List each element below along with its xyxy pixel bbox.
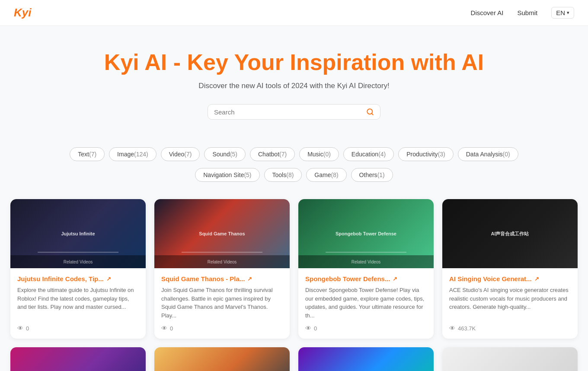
card-footer: 👁 0 <box>305 325 427 332</box>
thumb-bar: Related Videos <box>154 255 290 268</box>
filter-tag-chatbot[interactable]: Chatbot(7) <box>250 147 295 161</box>
search-container <box>10 104 578 120</box>
card-title: Spongebob Tower Defens... ↗ <box>305 275 427 282</box>
filter-tag-sound[interactable]: Sound(5) <box>204 147 246 161</box>
filter-tag-navigation-site[interactable]: Navigation Site(5) <box>195 168 259 182</box>
language-selector[interactable]: EN ▾ <box>551 7 574 19</box>
card-thumbnail: AI Baby Generator <box>10 347 146 371</box>
card-title: Jujutsu Infinite Codes, Tip... ↗ <box>17 275 139 282</box>
card-thumbnail: Design anything like a pro <box>442 347 578 371</box>
views-icon: 👁 <box>305 325 311 332</box>
card-thumbnail: Spongebob Tower Defense Related Videos <box>298 199 434 268</box>
card-content: Squid Game Thanos - Pla... ↗ Join Squid … <box>154 268 290 339</box>
external-link-icon: ↗ <box>534 276 539 282</box>
thumb-label: Jujutsu Infinite <box>24 209 132 258</box>
card-thumbnail: AI声音合成工作站 <box>442 199 578 268</box>
filter-tag-education[interactable]: Education(4) <box>343 147 394 161</box>
filter-tag-data-analysis[interactable]: Data Analysis(0) <box>458 147 518 161</box>
card-item[interactable]: Squid Game Thanos Related Videos Squid G… <box>154 199 290 339</box>
card-views: 0 <box>314 325 317 332</box>
thumb-bar-text: Related Videos <box>352 260 381 264</box>
thumb-label: 在几秒钟内创建并掌天关于笔记 <box>168 356 276 371</box>
card-item[interactable]: Spongebob Tower Defense Related Videos S… <box>298 199 434 339</box>
filter-tag-image[interactable]: Image(124) <box>109 147 157 161</box>
card-footer: 👁 0 <box>161 325 283 332</box>
card-content: Jujutsu Infinite Codes, Tip... ↗ Explore… <box>10 268 146 339</box>
thumb-line <box>182 252 263 253</box>
cards-section: Jujutsu Infinite Related Videos Jujutsu … <box>0 189 588 371</box>
lang-arrow-icon: ▾ <box>567 10 569 16</box>
card-title: Squid Game Thanos - Pla... ↗ <box>161 275 283 282</box>
card-thumbnail: 在几秒钟内创建并掌天关于笔记 <box>154 347 290 371</box>
card-footer: 👁 0 <box>17 325 139 332</box>
thumb-label: AI Baby Generator <box>24 356 132 371</box>
card-thumbnail: Jujutsu Infinite Related Videos <box>10 199 146 268</box>
card-views: 0 <box>26 325 29 332</box>
card-item[interactable]: Jujutsu Infinite Related Videos Jujutsu … <box>10 199 146 339</box>
card-content: Spongebob Tower Defens... ↗ Discover Spo… <box>298 268 434 339</box>
thumb-label: AI声音合成工作站 <box>456 209 564 258</box>
hero-section: Kyi AI - Key Your Inspiration with AI Di… <box>0 26 588 147</box>
card-item[interactable]: 在几秒钟内创建并掌天关于笔记 使用AI从你的课程材料中... ↗ AI-powe… <box>154 347 290 371</box>
card-footer: 👁 463.7K <box>449 325 571 332</box>
views-icon: 👁 <box>17 325 23 332</box>
card-item[interactable]: AI声音合成工作站 AI Singing Voice Generat... ↗ … <box>442 199 578 339</box>
nav-links: Discover AI Submit EN ▾ <box>471 7 574 19</box>
thumb-bar-text: Related Videos <box>208 260 237 264</box>
thumb-label: Spongebob Tower Defense <box>312 209 420 258</box>
thumb-label: Design anything like a pro <box>456 356 564 371</box>
thumb-label: Dynamic QR <box>312 356 420 371</box>
external-link-icon: ↗ <box>106 276 111 282</box>
thumb-bar: Related Videos <box>10 255 146 268</box>
navbar: Kyi Discover AI Submit EN ▾ <box>0 0 588 26</box>
svg-line-1 <box>371 114 373 115</box>
cards-grid: Jujutsu Infinite Related Videos Jujutsu … <box>10 199 578 371</box>
thumb-line <box>38 252 119 253</box>
search-box <box>208 104 380 120</box>
card-thumbnail: Squid Game Thanos Related Videos <box>154 199 290 268</box>
views-icon: 👁 <box>449 325 455 332</box>
filter-row-1: Text(7)Image(124)Video(7)Sound(5)Chatbot… <box>0 147 588 168</box>
search-icon <box>366 108 374 116</box>
card-item[interactable]: AI Baby Generator AI Baby Generator For … <box>10 347 146 371</box>
filter-tag-game[interactable]: Game(8) <box>306 168 346 182</box>
submit-link[interactable]: Submit <box>517 9 537 16</box>
card-item[interactable]: Dynamic QR Create & Customize Your Dynam… <box>298 347 434 371</box>
filter-tag-tools[interactable]: Tools(8) <box>264 168 302 182</box>
external-link-icon: ↗ <box>393 276 397 282</box>
card-description: Discover Spongebob Tower Defense! Play v… <box>305 286 427 320</box>
thumb-line <box>326 252 407 253</box>
hero-subtitle: Discover the new AI tools of 2024 with t… <box>10 82 578 90</box>
views-icon: 👁 <box>161 325 167 332</box>
card-description: Join Squid Game Thanos for thrilling sur… <box>161 286 283 320</box>
logo[interactable]: Kyi <box>14 6 471 19</box>
external-link-icon: ↗ <box>247 276 252 282</box>
hero-title: Kyi AI - Key Your Inspiration with AI <box>10 50 578 75</box>
filter-tag-text[interactable]: Text(7) <box>70 147 105 161</box>
card-description: ACE Studio's AI singing voice generator … <box>449 286 571 320</box>
card-thumbnail: Dynamic QR <box>298 347 434 371</box>
discover-ai-link[interactable]: Discover AI <box>471 9 504 16</box>
card-content: AI Singing Voice Generat... ↗ ACE Studio… <box>442 268 578 339</box>
card-views: 0 <box>170 325 173 332</box>
card-title: AI Singing Voice Generat... ↗ <box>449 275 571 282</box>
filter-tag-others[interactable]: Others(1) <box>351 168 393 182</box>
thumb-label: Squid Game Thanos <box>168 209 276 258</box>
filter-row-2: Navigation Site(5)Tools(8)Game(8)Others(… <box>0 168 588 189</box>
card-views: 463.7K <box>458 325 476 332</box>
search-input[interactable] <box>214 108 363 116</box>
card-item[interactable]: Design anything like a pro Design anythi… <box>442 347 578 371</box>
thumb-bar-text: Related Videos <box>64 260 93 264</box>
card-description: Explore the ultimate guide to Jujutsu In… <box>17 286 139 320</box>
filter-tag-productivity[interactable]: Productivity(3) <box>398 147 453 161</box>
filter-tag-music[interactable]: Music(0) <box>299 147 339 161</box>
thumb-bar: Related Videos <box>298 255 434 268</box>
lang-label: EN <box>556 9 565 16</box>
search-button[interactable] <box>366 108 374 116</box>
filter-tag-video[interactable]: Video(7) <box>161 147 200 161</box>
